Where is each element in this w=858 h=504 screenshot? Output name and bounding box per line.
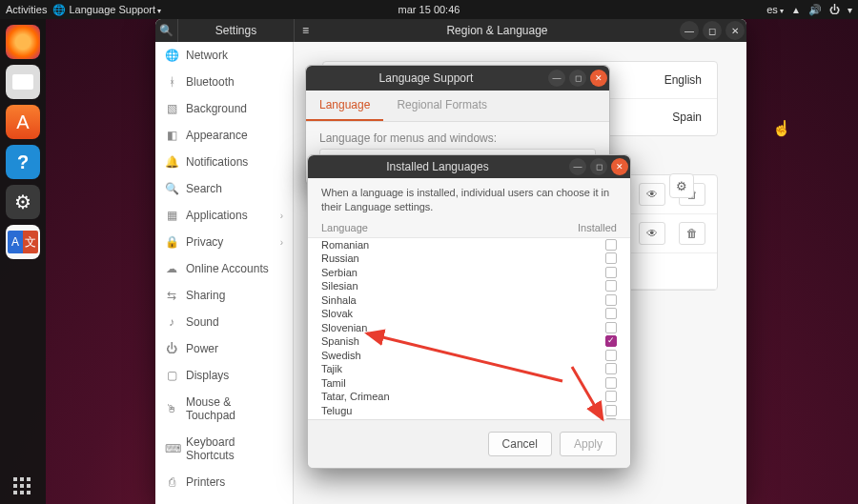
dock-help[interactable]: ?: [6, 145, 40, 179]
language-row[interactable]: Swedish: [308, 349, 630, 363]
sidebar-icon: ⌨: [165, 442, 178, 455]
clock[interactable]: mar 15 00:46: [398, 4, 460, 15]
dialog-close[interactable]: ✕: [590, 70, 607, 87]
sidebar-icon: 🖱: [165, 402, 178, 415]
sidebar-item-online-accounts[interactable]: ☁Online Accounts: [155, 255, 293, 282]
installed-checkbox[interactable]: [605, 308, 617, 319]
installed-checkbox[interactable]: [605, 405, 617, 416]
network-icon[interactable]: ▲: [791, 5, 801, 15]
installed-checkbox[interactable]: [605, 335, 617, 347]
sidebar-item-search[interactable]: 🔍Search: [155, 175, 293, 202]
dock-software[interactable]: A: [6, 105, 40, 139]
dock-firefox[interactable]: [6, 25, 40, 59]
dock-files[interactable]: [6, 65, 40, 99]
window-close[interactable]: ✕: [725, 21, 745, 40]
sidebar-item-power[interactable]: ⏻Power: [155, 335, 293, 362]
sidebar-item-printers[interactable]: ⎙Printers: [155, 469, 293, 495]
language-value: English: [664, 73, 702, 87]
language-name: Tajik: [321, 363, 605, 374]
language-row[interactable]: Telugu: [308, 404, 630, 418]
sidebar-item-network[interactable]: 🌐Network: [155, 42, 293, 69]
language-name: Tamil: [321, 377, 605, 389]
language-row[interactable]: Tajik: [308, 362, 630, 376]
column-language: Language: [321, 222, 578, 233]
tab-regional-formats[interactable]: Regional Formats: [383, 91, 500, 121]
input-source-indicator[interactable]: es: [766, 4, 784, 15]
installed-checkbox[interactable]: [605, 377, 617, 389]
sidebar-item-removable-media[interactable]: ⏏Removable Media: [155, 495, 293, 504]
language-name: Slovenian: [321, 322, 605, 333]
sidebar-label: Mouse & Touchpad: [186, 395, 283, 422]
sidebar-item-appearance[interactable]: ◧Appearance: [155, 122, 293, 149]
dialog-minimize[interactable]: —: [569, 158, 586, 175]
sidebar-label: Applications: [186, 209, 248, 222]
language-row[interactable]: Tatar, Crimean: [308, 390, 630, 404]
dialog-description: When a language is installed, individual…: [308, 178, 630, 218]
cancel-button[interactable]: Cancel: [488, 432, 552, 456]
sidebar-icon: 🔔: [165, 155, 178, 169]
app-menu[interactable]: 🌐 Language Support: [52, 4, 161, 16]
sidebar-item-sharing[interactable]: ⇆Sharing: [155, 282, 293, 309]
language-row[interactable]: Slovak: [308, 307, 630, 321]
installed-checkbox[interactable]: [605, 363, 617, 374]
sidebar-item-sound[interactable]: ♪Sound: [155, 309, 293, 335]
window-minimize[interactable]: —: [680, 21, 699, 40]
sidebar-item-background[interactable]: ▧Background: [155, 95, 293, 122]
sidebar-label: Privacy: [186, 235, 223, 249]
language-row[interactable]: Sinhala: [308, 293, 630, 308]
tab-language[interactable]: Language: [306, 91, 383, 121]
apply-button[interactable]: Apply: [560, 432, 617, 456]
dialog-maximize[interactable]: ◻: [590, 158, 607, 175]
dialog-close[interactable]: ✕: [611, 158, 628, 175]
installed-checkbox[interactable]: [605, 294, 617, 306]
header-menu-button[interactable]: ≡: [294, 19, 317, 42]
sidebar-label: Appearance: [186, 129, 248, 142]
installed-checkbox[interactable]: [605, 280, 617, 292]
delete-icon[interactable]: 🗑: [679, 222, 705, 245]
language-row[interactable]: Thai: [308, 417, 630, 419]
installed-checkbox[interactable]: [605, 322, 617, 333]
dialog-minimize[interactable]: —: [548, 70, 565, 87]
installed-checkbox[interactable]: [605, 239, 617, 251]
volume-icon[interactable]: 🔊: [808, 4, 822, 16]
language-row[interactable]: Romanian: [308, 238, 630, 252]
dock: A ? ⚙ A文: [0, 19, 46, 504]
sidebar-label: Network: [186, 49, 228, 62]
options-gear-button[interactable]: ⚙: [669, 173, 694, 198]
sidebar-item-mouse-touchpad[interactable]: 🖱Mouse & Touchpad: [155, 389, 293, 429]
sidebar-item-privacy[interactable]: 🔒Privacy›: [155, 229, 293, 255]
system-menu-caret[interactable]: ▾: [848, 5, 852, 15]
installed-checkbox[interactable]: [605, 252, 617, 264]
sidebar-label: Online Accounts: [186, 262, 269, 275]
sidebar-item-notifications[interactable]: 🔔Notifications: [155, 149, 293, 175]
sidebar-item-displays[interactable]: ▢Displays: [155, 362, 293, 389]
language-row[interactable]: Tamil: [308, 376, 630, 391]
dialog-title: Installed Languages: [308, 160, 567, 173]
sidebar-label: Sharing: [186, 289, 225, 302]
language-row[interactable]: Russian: [308, 252, 630, 266]
sidebar-item-keyboard-shortcuts[interactable]: ⌨Keyboard Shortcuts: [155, 429, 293, 469]
header-search-button[interactable]: 🔍: [155, 19, 178, 42]
sidebar-icon: ☁: [165, 262, 178, 275]
mouse-cursor: ☝: [772, 119, 791, 137]
power-icon[interactable]: ⏻: [829, 4, 840, 15]
show-applications[interactable]: [13, 477, 32, 494]
dialog-maximize[interactable]: ◻: [569, 70, 586, 87]
activities-button[interactable]: Activities: [6, 4, 47, 15]
language-row[interactable]: Slovenian: [308, 321, 630, 335]
language-list[interactable]: RomanianRussianSerbianSilesianSinhalaSlo…: [308, 238, 630, 419]
installed-checkbox[interactable]: [605, 267, 617, 278]
window-maximize[interactable]: ◻: [703, 21, 722, 40]
sidebar-item-applications[interactable]: ▦Applications›: [155, 202, 293, 229]
installed-languages-dialog: Installed Languages — ◻ ✕ When a languag…: [307, 154, 631, 469]
dock-settings[interactable]: ⚙: [6, 185, 40, 219]
language-row[interactable]: Silesian: [308, 279, 630, 293]
language-row[interactable]: Serbian: [308, 266, 630, 280]
sidebar-item-bluetooth[interactable]: ᚼBluetooth: [155, 69, 293, 95]
language-row[interactable]: Spanish: [308, 334, 630, 349]
preview-icon[interactable]: 👁: [639, 222, 665, 245]
installed-checkbox[interactable]: [605, 350, 617, 361]
preview-icon[interactable]: 👁: [639, 183, 665, 206]
installed-checkbox[interactable]: [605, 391, 617, 402]
dock-language-support[interactable]: A文: [6, 225, 40, 259]
